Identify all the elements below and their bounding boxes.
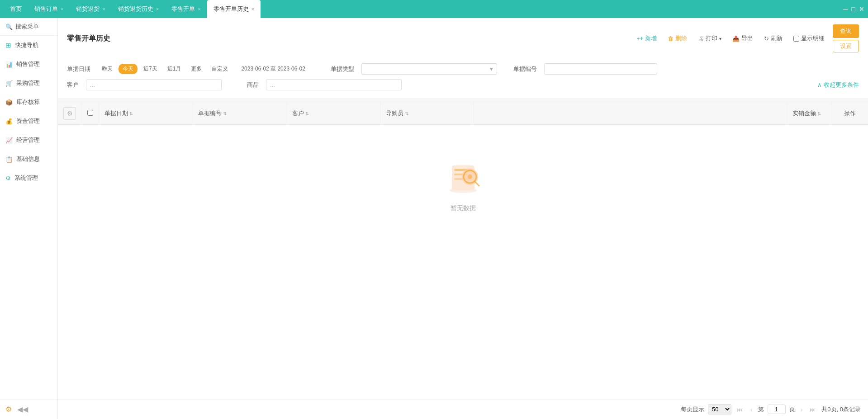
page-suffix: 页 bbox=[789, 405, 795, 414]
first-page-btn[interactable]: ⏮ bbox=[735, 405, 745, 414]
page-header: 零售开单历史 + + 新增 🗑 删除 🖨 打印 ▾ bbox=[58, 18, 868, 99]
page-title-row: 零售开单历史 + + 新增 🗑 删除 🖨 打印 ▾ bbox=[67, 24, 859, 52]
display-detail-button[interactable]: 显示明细 bbox=[791, 33, 827, 44]
date-range-display: 2023-06-02 至 2023-06-02 bbox=[241, 65, 305, 73]
th-customer[interactable]: 客户 ⇅ bbox=[286, 103, 380, 125]
close-btn[interactable]: ✕ bbox=[859, 5, 864, 13]
date-btn-7days[interactable]: 近7天 bbox=[139, 64, 161, 74]
sidebar-item-inventory[interactable]: 📦 库存核算 bbox=[0, 93, 57, 112]
sidebar-item-quick-nav[interactable]: ⊞ 快捷导航 bbox=[0, 36, 57, 55]
print-dropdown-icon: ▾ bbox=[719, 36, 721, 41]
sidebar-item-basic-info[interactable]: 📋 基础信息 bbox=[0, 150, 57, 169]
window-controls: ─ □ ✕ bbox=[844, 5, 864, 13]
sidebar-item-operations[interactable]: 📈 经营管理 bbox=[0, 131, 57, 150]
export-button[interactable]: 📤 导出 bbox=[730, 33, 756, 44]
sidebar-item-finance[interactable]: 💰 资金管理 bbox=[0, 112, 57, 131]
operations-icon: 📈 bbox=[5, 137, 13, 144]
tab-close-sales-return[interactable]: × bbox=[102, 6, 105, 12]
th-customer-sort[interactable]: 客户 ⇅ bbox=[292, 109, 375, 118]
settings-gear-icon[interactable]: ⚙ bbox=[5, 405, 12, 414]
content-area: 零售开单历史 + + 新增 🗑 删除 🖨 打印 ▾ bbox=[58, 18, 868, 419]
th-date[interactable]: 单据日期 ⇅ bbox=[99, 103, 193, 125]
display-detail-checkbox[interactable] bbox=[793, 36, 799, 42]
print-button[interactable]: 🖨 打印 ▾ bbox=[695, 33, 724, 44]
goods-filter-select[interactable]: ... bbox=[266, 79, 402, 90]
date-btn-today[interactable]: 今天 bbox=[119, 64, 138, 74]
customer-filter-select[interactable]: ... bbox=[86, 79, 222, 90]
th-number[interactable]: 单据编号 ⇅ bbox=[193, 103, 286, 125]
type-filter-label: 单据类型 bbox=[331, 65, 354, 73]
goods-filter-label: 商品 bbox=[247, 81, 259, 89]
th-action: 操作 bbox=[832, 103, 868, 125]
settings-button[interactable]: 设置 bbox=[833, 40, 859, 52]
restore-btn[interactable]: □ bbox=[852, 5, 855, 13]
per-page-select[interactable]: 50 100 200 bbox=[708, 404, 731, 414]
empty-illustration bbox=[441, 152, 486, 197]
page-title: 零售开单历史 bbox=[67, 34, 110, 43]
tab-close-sales-return-history[interactable]: × bbox=[156, 6, 159, 12]
th-amount-label: 实销金额 bbox=[792, 109, 816, 118]
th-customer-sort-icon: ⇅ bbox=[305, 111, 309, 116]
search-icon: 🔍 bbox=[5, 24, 13, 30]
tab-sales-return-history[interactable]: 销货退货历史 × bbox=[112, 0, 165, 18]
delete-button[interactable]: 🗑 删除 bbox=[665, 33, 690, 44]
date-btn-custom[interactable]: 自定义 bbox=[208, 64, 232, 74]
sales-mgmt-icon: 📊 bbox=[5, 61, 13, 68]
tab-retail-open[interactable]: 零售开单 × bbox=[165, 0, 207, 18]
prev-page-btn[interactable]: ‹ bbox=[749, 405, 754, 414]
th-amount[interactable]: 实销金额 ⇅ bbox=[787, 103, 832, 125]
sidebar-item-sales-mgmt[interactable]: 📊 销售管理 bbox=[0, 55, 57, 74]
tab-close-sales-order[interactable]: × bbox=[61, 6, 63, 12]
system-mgmt-icon: ⚙ bbox=[5, 175, 11, 182]
type-select-chevron: ▾ bbox=[490, 66, 493, 72]
th-date-label: 单据日期 bbox=[104, 109, 128, 118]
th-date-sort[interactable]: 单据日期 ⇅ bbox=[104, 109, 187, 118]
query-button[interactable]: 查询 bbox=[833, 24, 859, 38]
table-wrapper[interactable]: ⚙ 单据日期 ⇅ bbox=[58, 103, 868, 399]
collapse-icon: ∧ bbox=[817, 81, 822, 88]
sidebar-bottom: ⚙ ◀◀ bbox=[0, 399, 57, 419]
select-all-checkbox[interactable] bbox=[87, 110, 93, 116]
collapse-more-conditions-btn[interactable]: ∧ 收起更多条件 bbox=[817, 81, 859, 89]
sidebar-collapse-icon[interactable]: ◀◀ bbox=[17, 405, 28, 414]
sidebar-search[interactable]: 🔍 搜索采单 bbox=[0, 18, 57, 36]
sidebar-item-purchase-mgmt[interactable]: 🛒 采购管理 bbox=[0, 74, 57, 93]
data-table: ⚙ 单据日期 ⇅ bbox=[58, 103, 868, 125]
date-btn-1month[interactable]: 近1月 bbox=[163, 64, 185, 74]
date-btn-more[interactable]: 更多 bbox=[187, 64, 206, 74]
table-settings-gear[interactable]: ⚙ bbox=[63, 107, 76, 120]
th-salesperson-sort[interactable]: 导购员 ⇅ bbox=[386, 109, 468, 118]
th-salesperson[interactable]: 导购员 ⇅ bbox=[380, 103, 474, 125]
add-button[interactable]: + + 新增 bbox=[634, 33, 659, 44]
basic-info-icon: 📋 bbox=[5, 156, 13, 163]
refresh-icon: ↻ bbox=[764, 35, 769, 42]
next-page-btn[interactable]: › bbox=[799, 405, 805, 414]
th-salesperson-label: 导购员 bbox=[386, 109, 403, 118]
type-filter-select[interactable]: ▾ bbox=[361, 63, 497, 75]
tab-close-retail-open[interactable]: × bbox=[198, 6, 200, 12]
th-number-sort[interactable]: 单据编号 ⇅ bbox=[198, 109, 280, 118]
minimize-btn[interactable]: ─ bbox=[844, 5, 848, 13]
customer-filter-label: 客户 bbox=[67, 81, 79, 89]
tab-close-retail-history[interactable]: × bbox=[251, 6, 254, 12]
last-page-btn[interactable]: ⏭ bbox=[808, 405, 818, 414]
tab-retail-history[interactable]: 零售开单历史 × bbox=[207, 0, 261, 18]
date-filter-label: 单据日期 bbox=[67, 65, 90, 73]
empty-text: 暂无数据 bbox=[451, 204, 476, 212]
page-number-input[interactable] bbox=[768, 405, 786, 414]
refresh-button[interactable]: ↻ 刷新 bbox=[761, 33, 785, 44]
quick-nav-icon: ⊞ bbox=[5, 41, 11, 49]
th-settings[interactable]: ⚙ bbox=[58, 103, 82, 125]
date-btn-yesterday[interactable]: 昨天 bbox=[98, 64, 117, 74]
svg-line-7 bbox=[475, 182, 479, 186]
tab-sales-order[interactable]: 销售订单 × bbox=[28, 0, 70, 18]
filter-row-1: 单据日期 昨天 今天 近7天 近1月 更多 自定义 2023-06-02 至 2… bbox=[67, 63, 859, 75]
sidebar-item-system-mgmt[interactable]: ⚙ 系统管理 bbox=[0, 169, 57, 188]
tab-sales-return[interactable]: 销货退货 × bbox=[70, 0, 111, 18]
number-filter-input[interactable] bbox=[544, 63, 657, 75]
th-amount-sort-icon: ⇅ bbox=[817, 111, 821, 116]
th-spacer bbox=[474, 103, 787, 125]
page-label: 第 bbox=[758, 405, 764, 414]
tab-home[interactable]: 首页 bbox=[4, 0, 28, 18]
th-amount-sort[interactable]: 实销金额 ⇅ bbox=[792, 109, 826, 118]
